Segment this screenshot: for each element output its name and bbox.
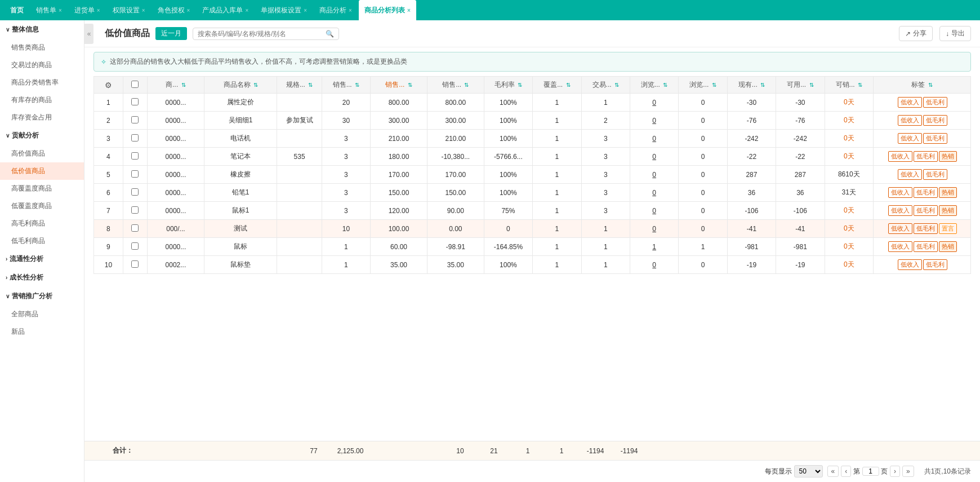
close-icon[interactable]: ×: [187, 7, 190, 14]
sidebar-collapse-button[interactable]: «: [84, 24, 93, 44]
row-checkbox-cell[interactable]: [123, 202, 147, 220]
row-checkbox-cell[interactable]: [123, 112, 147, 130]
row-checkbox-cell[interactable]: [123, 130, 147, 148]
sidebar-item-high-profit[interactable]: 高毛利商品: [0, 215, 84, 232]
sidebar-section-contribution[interactable]: ∨ 贡献分析: [0, 126, 84, 145]
row-checkbox[interactable]: [131, 134, 139, 141]
row-checkbox[interactable]: [131, 170, 139, 178]
sidebar-item-high-value[interactable]: 高价值商品: [0, 145, 84, 162]
sidebar-section-liquidity[interactable]: › 流通性分析: [0, 250, 84, 268]
browse-link[interactable]: 0: [652, 171, 656, 179]
browse-link[interactable]: 0: [652, 207, 656, 215]
row-checkbox[interactable]: [131, 152, 139, 160]
sidebar-item-new-goods[interactable]: 新品: [0, 323, 84, 341]
col-header-stock2[interactable]: 可用... ⇅: [776, 77, 825, 94]
nav-item-sales[interactable]: 销售单 ×: [30, 0, 68, 20]
sidebar-item-low-profit[interactable]: 低毛利商品: [0, 232, 84, 250]
search-input[interactable]: [198, 30, 322, 38]
sidebar-item-high-coverage[interactable]: 高覆盖度商品: [0, 180, 84, 197]
sidebar-item-sales-goods[interactable]: 销售类商品: [0, 39, 84, 56]
first-page-button[interactable]: «: [827, 466, 839, 477]
col-header-sales-qty[interactable]: 销售... ⇅: [322, 77, 370, 94]
col-header-tag[interactable]: 标签 ⇅: [873, 77, 970, 94]
col-header-name[interactable]: 商品名称 ⇅: [204, 77, 277, 94]
sidebar-section-growth[interactable]: › 成长性分析: [0, 268, 84, 287]
col-header-spec[interactable]: 规格... ⇅: [277, 77, 322, 94]
browse-link[interactable]: 0: [652, 189, 656, 197]
prev-page-button[interactable]: ‹: [841, 466, 851, 477]
nav-item-product-analysis-list[interactable]: 商品分析列表 ×: [359, 0, 416, 20]
browse-link[interactable]: 0: [652, 261, 656, 269]
close-icon[interactable]: ×: [304, 7, 307, 14]
sidebar-item-traded-goods[interactable]: 交易过的商品: [0, 56, 84, 74]
nav-item-auth-settings[interactable]: 权限设置 ×: [107, 0, 151, 20]
gear-icon[interactable]: ⚙: [105, 81, 112, 90]
col-header-trade[interactable]: 交易... ⇅: [581, 77, 630, 94]
sidebar-item-stocked-goods[interactable]: 有库存的商品: [0, 91, 84, 109]
row-checkbox-cell[interactable]: [123, 166, 147, 184]
row-checkbox[interactable]: [131, 98, 139, 105]
sidebar-section-marketing[interactable]: ∨ 营销推广分析: [0, 287, 84, 306]
row-tags: 低收入低毛利热销: [873, 148, 970, 166]
browse-link[interactable]: 0: [652, 135, 656, 143]
sidebar-item-category-sales-rate[interactable]: 商品分类销售率: [0, 74, 84, 91]
nav-item-product-stock[interactable]: 产成品入库单 ×: [197, 0, 254, 20]
browse-link[interactable]: 0: [652, 225, 656, 233]
page-number-input[interactable]: [862, 467, 879, 476]
nav-item-template-settings[interactable]: 单据模板设置 ×: [255, 0, 313, 20]
browse-link[interactable]: 1: [652, 243, 656, 251]
row-checkbox[interactable]: [131, 116, 139, 123]
page-size-dropdown[interactable]: 50 10 20 100: [794, 465, 823, 477]
close-icon[interactable]: ×: [59, 7, 62, 14]
sidebar-section-overall[interactable]: ∨ 整体信息: [0, 20, 84, 39]
sidebar-item-low-coverage[interactable]: 低覆盖度商品: [0, 197, 84, 215]
col-header-settings[interactable]: ⚙: [94, 77, 123, 94]
nav-item-product-analysis[interactable]: 商品分析 ×: [314, 0, 358, 20]
row-checkbox-cell[interactable]: [123, 184, 147, 202]
close-icon[interactable]: ×: [97, 7, 100, 14]
sidebar-item-low-value[interactable]: 低价值商品: [0, 162, 84, 180]
row-spec: 535: [277, 148, 322, 166]
browse-link[interactable]: 0: [652, 153, 656, 161]
share-button[interactable]: ↗ 分享: [899, 26, 933, 41]
row-sales-cost: -10,380...: [427, 148, 484, 166]
row-checkbox[interactable]: [131, 188, 139, 196]
row-checkbox[interactable]: [131, 260, 139, 268]
browse-link[interactable]: 0: [652, 117, 656, 125]
period-button[interactable]: 近一月: [155, 27, 187, 40]
row-checkbox-cell[interactable]: [123, 148, 147, 166]
select-all-checkbox[interactable]: [131, 81, 139, 88]
sidebar-item-stock-capital[interactable]: 库存资金占用: [0, 109, 84, 126]
row-checkbox-cell[interactable]: [123, 220, 147, 238]
col-header-stock1[interactable]: 现有... ⇅: [727, 77, 776, 94]
row-checkbox-cell[interactable]: [123, 238, 147, 256]
row-checkbox-cell[interactable]: [123, 256, 147, 274]
row-checkbox[interactable]: [131, 206, 139, 214]
col-header-code[interactable]: 商... ⇅: [148, 77, 204, 94]
col-header-sellable[interactable]: 可销... ⇅: [825, 77, 873, 94]
nav-home[interactable]: 首页: [5, 0, 29, 20]
col-header-check[interactable]: [123, 77, 147, 94]
search-icon[interactable]: 🔍: [326, 30, 334, 38]
last-page-button[interactable]: »: [902, 466, 914, 477]
col-header-cover[interactable]: 覆盖... ⇅: [533, 77, 581, 94]
row-stock2: -41: [776, 220, 825, 238]
close-icon[interactable]: ×: [407, 7, 411, 14]
browse-link[interactable]: 0: [652, 99, 656, 107]
col-header-profit-rate[interactable]: 毛利率 ⇅: [484, 77, 532, 94]
row-checkbox[interactable]: [131, 224, 139, 232]
nav-item-role-auth[interactable]: 角色授权 ×: [152, 0, 196, 20]
nav-item-purchase[interactable]: 进货单 ×: [69, 0, 106, 20]
col-header-browse2[interactable]: 浏览... ⇅: [679, 77, 727, 94]
col-header-browse1[interactable]: 浏览... ⇅: [630, 77, 678, 94]
close-icon[interactable]: ×: [142, 7, 145, 14]
sidebar-item-all-goods[interactable]: 全部商品: [0, 306, 84, 323]
next-page-button[interactable]: ›: [890, 466, 900, 477]
close-icon[interactable]: ×: [349, 7, 352, 14]
row-checkbox-cell[interactable]: [123, 94, 147, 112]
row-checkbox[interactable]: [131, 242, 139, 250]
col-header-sales-cost[interactable]: 销售... ⇅: [427, 77, 484, 94]
close-icon[interactable]: ×: [245, 7, 248, 14]
col-header-sales-amt[interactable]: 销售... ⇅: [371, 77, 427, 94]
export-button[interactable]: ↓ 导出: [939, 26, 971, 41]
